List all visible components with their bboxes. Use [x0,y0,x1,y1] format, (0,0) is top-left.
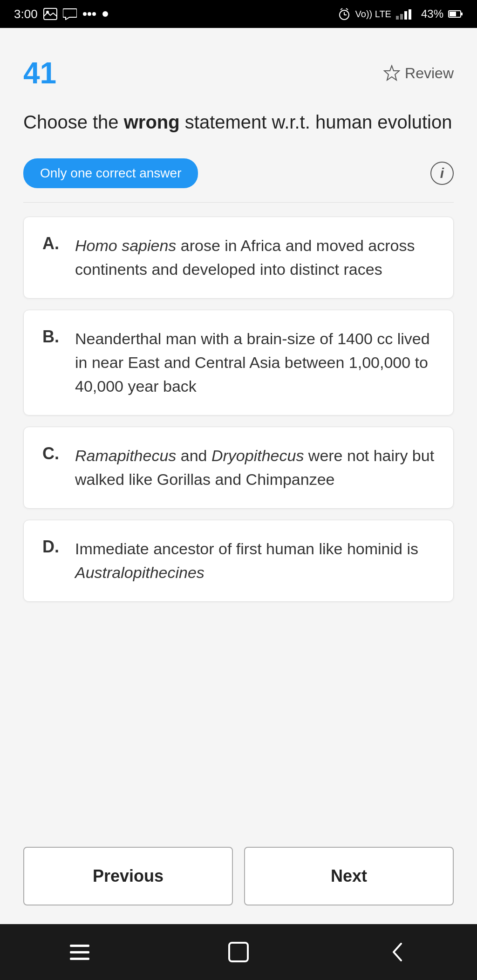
badge-row: Only one correct answer i [23,158,454,188]
svg-line-9 [341,8,342,10]
signal-icon [396,8,416,20]
review-button[interactable]: Review [383,65,454,82]
section-divider [23,202,454,203]
info-icon[interactable]: i [430,162,454,185]
menu-icon[interactable] [66,938,94,966]
option-b-label: B. [42,327,61,347]
home-icon[interactable] [225,938,252,966]
question-text-bold: wrong [124,112,180,132]
chat-icon [63,8,77,20]
dot-icon [102,11,109,17]
review-label: Review [405,65,454,82]
option-a-text: Homo sapiens arose in Africa and moved a… [75,234,435,281]
option-d-text: Immediate ancestor of first human like h… [75,537,435,585]
option-a[interactable]: A. Homo sapiens arose in Africa and move… [23,217,454,299]
svg-rect-11 [396,16,399,20]
star-icon [383,65,400,82]
svg-point-2 [83,12,87,16]
network-label: Vo)) LTE [355,9,391,20]
time-display: 3:00 [14,7,38,21]
status-left: 3:00 [14,7,109,21]
bottom-navigation-bar [0,924,477,980]
option-c-italic-2: Dryopithecus [211,447,304,464]
home-square [228,942,249,962]
alarm-icon [338,7,351,20]
option-a-italic: Homo sapiens [75,237,176,254]
option-b[interactable]: B. Neanderthal man with a brain-size of … [23,310,454,415]
option-d-label: D. [42,537,61,557]
image-icon [43,8,57,20]
back-chevron [389,942,406,962]
answer-type-badge: Only one correct answer [23,158,198,188]
next-button[interactable]: Next [244,847,454,905]
battery-percentage: 43% [421,7,443,20]
dots-icon [82,12,96,16]
question-text-suffix: statement w.r.t. human evolution [180,112,452,132]
back-icon[interactable] [383,938,411,966]
svg-rect-12 [400,14,403,20]
status-right: Vo)) LTE 43% [338,7,463,20]
option-c[interactable]: C. Ramapithecus and Dryopithecus were no… [23,427,454,509]
svg-rect-14 [409,9,411,20]
navigation-buttons: Previous Next [23,847,454,905]
svg-rect-17 [461,13,463,15]
question-text: Choose the wrong statement w.r.t. human … [23,109,454,135]
svg-point-5 [102,11,108,17]
option-c-text: Ramapithecus and Dryopithecus were not h… [75,444,435,491]
svg-rect-16 [450,12,456,16]
question-header: 41 Review [23,56,454,90]
options-container: A. Homo sapiens arose in Africa and move… [23,217,454,602]
svg-line-10 [346,8,348,10]
option-b-text: Neanderthal man with a brain-size of 140… [75,327,435,398]
option-d-italic: Australopithecines [75,564,204,581]
option-a-label: A. [42,234,61,253]
question-text-prefix: Choose the [23,112,124,132]
svg-point-3 [88,12,91,16]
svg-marker-18 [384,66,399,80]
status-bar: 3:00 Vo)) LTE [0,0,477,28]
svg-rect-13 [404,11,407,20]
option-d[interactable]: D. Immediate ancestor of first human lik… [23,520,454,602]
question-number: 41 [23,56,56,90]
svg-point-4 [92,12,96,16]
option-c-italic-1: Ramapithecus [75,447,176,464]
previous-button[interactable]: Previous [23,847,233,905]
option-c-label: C. [42,444,61,463]
battery-icon [448,9,463,19]
main-content: 41 Review Choose the wrong statement w.r… [0,28,477,924]
